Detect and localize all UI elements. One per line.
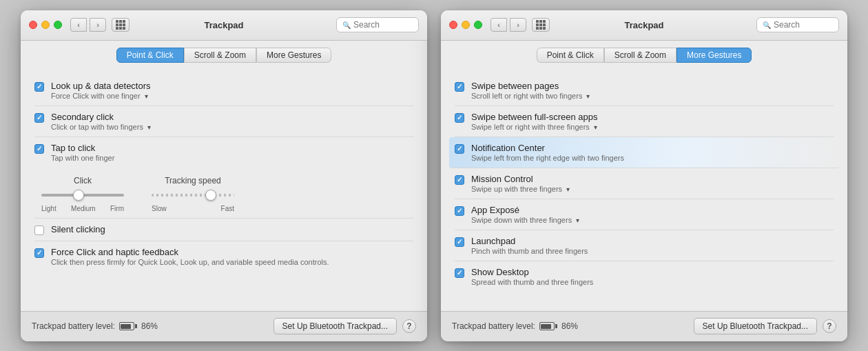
checkbox-secondary-click[interactable] (34, 113, 44, 123)
checkbox-swipe-fullscreen[interactable] (455, 113, 464, 123)
battery-info-2: Trackpad battery level: 86% (452, 321, 578, 331)
battery-tip-2 (555, 324, 557, 328)
setting-row-show-desktop: Show Desktop Spread with thumb and three… (455, 261, 834, 292)
titlebar-2: ‹ › Trackpad 🔍 (441, 10, 847, 41)
close-button-2[interactable] (449, 21, 457, 29)
battery-icon-2 (539, 322, 557, 330)
grid-button-2[interactable] (532, 18, 550, 32)
checkbox-launchpad[interactable] (455, 237, 464, 247)
dropdown-arrow-secondary-click[interactable]: ▾ (147, 123, 151, 131)
bluetooth-button-1[interactable]: Set Up Bluetooth Trackpad... (273, 318, 397, 334)
forward-button-2[interactable]: › (510, 18, 526, 32)
dropdown-arrow-app-expose[interactable]: ▾ (576, 217, 579, 224)
help-button-2[interactable]: ? (823, 319, 836, 333)
checkbox-area-swipe-fullscreen: Swipe between full-screen apps Swipe lef… (455, 112, 834, 131)
tab-point-click-2[interactable]: Point & Click (537, 48, 604, 63)
click-slider-thumb[interactable] (73, 190, 84, 201)
setting-row-look-up: Look up & data detectors Force Click wit… (34, 75, 413, 106)
footer-2: Trackpad battery level: 86% Set Up Bluet… (441, 311, 847, 341)
click-slider-track-container[interactable] (41, 190, 124, 201)
nav-buttons-1: ‹ › (70, 18, 106, 32)
setting-desc-swipe-fullscreen: Swipe left or right with three fingers ▾ (471, 123, 834, 131)
back-button-1[interactable]: ‹ (70, 18, 87, 32)
setting-desc-swipe-pages: Scroll left or right with two fingers ▾ (471, 92, 834, 100)
grid-button-1[interactable] (112, 18, 130, 32)
checkbox-tap-click[interactable] (34, 144, 44, 154)
dropdown-arrow-look-up[interactable]: ▾ (145, 92, 148, 100)
checkbox-mission-control[interactable] (455, 175, 464, 185)
setting-row-silent-clicking: Silent clicking (34, 219, 413, 241)
setting-text-secondary-click: Secondary click Click or tap with two fi… (51, 112, 413, 131)
tab-more-gestures-2[interactable]: More Gestures (676, 48, 752, 63)
dropdown-arrow-swipe-fullscreen[interactable]: ▾ (594, 123, 597, 131)
tracking-slider-track (152, 194, 234, 197)
checkbox-area-swipe-pages: Swipe between pages Scroll left or right… (455, 81, 834, 100)
checkbox-swipe-pages[interactable] (455, 82, 464, 92)
checkbox-notification[interactable] (455, 144, 464, 154)
checkbox-area-force-click: Force Click and haptic feedback Click th… (34, 247, 413, 266)
checkbox-silent-clicking[interactable] (34, 225, 44, 235)
setting-desc-notification: Swipe left from the right edge with two … (471, 154, 834, 162)
search-input-1[interactable] (353, 20, 413, 30)
checkbox-area-tap-click: Tap to click Tap with one finger (34, 143, 413, 162)
setting-title-secondary-click: Secondary click (51, 112, 413, 122)
tracking-slider-group: Tracking speed Slow Fast (152, 176, 234, 212)
tracking-slider-track-container[interactable] (152, 190, 234, 201)
click-slider-labels: Light Medium Firm (41, 205, 124, 212)
minimize-button-1[interactable] (41, 21, 50, 29)
tab-point-click-1[interactable]: Point & Click (116, 48, 184, 63)
setting-title-tap-click: Tap to click (51, 143, 413, 153)
battery-label-2: Trackpad battery level: (452, 321, 535, 331)
traffic-lights-2 (449, 21, 482, 29)
battery-info-1: Trackpad battery level: 86% (32, 321, 158, 331)
search-box-1[interactable]: 🔍 (336, 17, 419, 32)
checkbox-area-notification: Notification Center Swipe left from the … (455, 143, 834, 162)
close-button-1[interactable] (29, 21, 37, 29)
checkbox-show-desktop[interactable] (455, 268, 464, 278)
checkbox-area-mission-control: Mission Control Swipe up with three fing… (455, 174, 834, 193)
help-button-1[interactable]: ? (402, 319, 416, 333)
battery-body-2 (539, 322, 555, 330)
setting-title-look-up: Look up & data detectors (51, 81, 413, 91)
tabs-bar-2: Point & Click Scroll & Zoom More Gesture… (441, 41, 847, 68)
grid-icon-1 (116, 20, 125, 30)
minimize-button-2[interactable] (462, 21, 470, 29)
setting-text-show-desktop: Show Desktop Spread with thumb and three… (471, 267, 834, 286)
checkbox-area-launchpad: Launchpad Pinch with thumb and three fin… (455, 236, 834, 255)
battery-icon-1 (119, 322, 137, 330)
search-box-2[interactable]: 🔍 (756, 17, 839, 32)
battery-body-1 (119, 322, 134, 330)
setting-desc-tap-click: Tap with one finger (51, 154, 413, 162)
checkbox-look-up[interactable] (34, 82, 44, 92)
setting-text-launchpad: Launchpad Pinch with thumb and three fin… (471, 236, 834, 255)
setting-title-show-desktop: Show Desktop (471, 267, 834, 277)
checkbox-area-show-desktop: Show Desktop Spread with thumb and three… (455, 267, 834, 286)
maximize-button-1[interactable] (54, 21, 62, 29)
checkbox-app-expose[interactable] (455, 206, 464, 216)
tracking-slider-thumb[interactable] (205, 190, 216, 201)
dropdown-arrow-mission-control[interactable]: ▾ (566, 185, 570, 193)
setting-title-swipe-fullscreen: Swipe between full-screen apps (471, 112, 834, 122)
search-input-2[interactable] (774, 20, 833, 30)
setting-desc-mission-control: Swipe up with three fingers ▾ (471, 185, 834, 193)
tab-scroll-zoom-1[interactable]: Scroll & Zoom (184, 48, 256, 63)
tab-more-gestures-1[interactable]: More Gestures (256, 48, 331, 63)
checkbox-area-app-expose: App Exposé Swipe down with three fingers… (455, 205, 834, 224)
setting-row-notification: Notification Center Swipe left from the … (449, 137, 839, 168)
checkbox-force-click[interactable] (34, 248, 44, 258)
setting-row-force-click: Force Click and haptic feedback Click th… (34, 241, 413, 272)
setting-text-swipe-fullscreen: Swipe between full-screen apps Swipe lef… (471, 112, 834, 131)
titlebar-1: ‹ › Trackpad 🔍 (21, 10, 427, 41)
dropdown-arrow-swipe-pages[interactable]: ▾ (586, 92, 590, 100)
battery-fill-1 (121, 324, 130, 329)
forward-button-1[interactable]: › (90, 18, 106, 32)
nav-buttons-2: ‹ › (490, 18, 526, 32)
bluetooth-button-2[interactable]: Set Up Bluetooth Trackpad... (694, 318, 817, 334)
setting-title-notification: Notification Center (471, 143, 834, 153)
maximize-button-2[interactable] (474, 21, 482, 29)
setting-text-app-expose: App Exposé Swipe down with three fingers… (471, 205, 834, 224)
tab-scroll-zoom-2[interactable]: Scroll & Zoom (604, 48, 676, 63)
back-button-2[interactable]: ‹ (490, 18, 507, 32)
setting-text-swipe-pages: Swipe between pages Scroll left or right… (471, 81, 834, 100)
search-icon-1: 🔍 (342, 21, 351, 29)
